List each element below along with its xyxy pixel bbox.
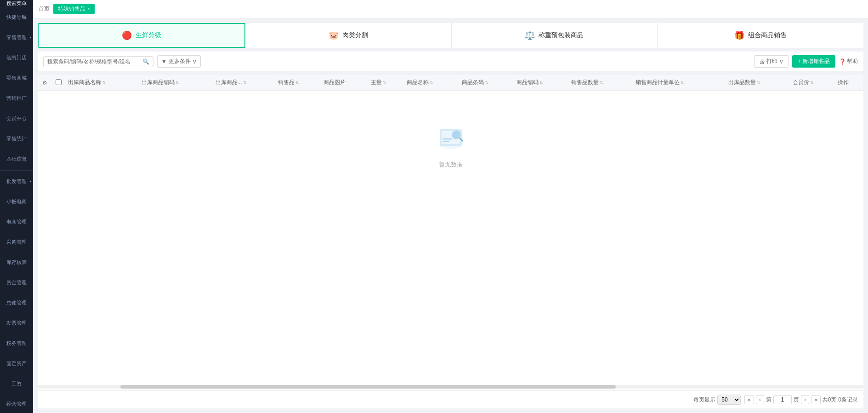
data-table: ⚙ 出库商品名称⇅ 出库商品编码⇅ 出库商品...⇅ 销售品⇅ 商品图片 主量⇅…: [38, 75, 863, 91]
home-nav-link[interactable]: 首页: [39, 5, 50, 13]
sidebar-item-operations-mgmt[interactable]: 经营管理: [0, 394, 33, 413]
th-goods-barcode[interactable]: 商品条码⇅: [459, 75, 514, 91]
tab-fresh-grade-label: 生鲜分级: [136, 31, 161, 40]
sidebar-item-label: 采购管理: [6, 239, 27, 246]
th-member-price[interactable]: 会员价⇅: [790, 75, 835, 91]
th-sales-unit-label: 销售商品计量单位: [635, 79, 680, 86]
th-goods-image-label: 商品图片: [323, 79, 346, 86]
page-size-select[interactable]: 20 50 100: [717, 395, 741, 405]
filter-chevron-icon: ∨: [193, 58, 197, 65]
add-sales-button[interactable]: + 新增销售品: [792, 55, 835, 68]
th-main-unit[interactable]: 主量⇅: [368, 75, 404, 91]
tab-meat-cut-label: 肉类分割: [342, 31, 368, 40]
print-label: 打印: [766, 57, 777, 65]
th-goods-code[interactable]: 商品编码⇅: [514, 75, 568, 91]
first-page-button[interactable]: «: [744, 395, 754, 404]
sidebar-item-quick-nav[interactable]: 快捷导航: [0, 7, 33, 28]
sidebar-item-label: 小畅电商: [6, 198, 27, 205]
next-page-button[interactable]: ›: [801, 395, 809, 404]
table-header-row: ⚙ 出库商品名称⇅ 出库商品编码⇅ 出库商品...⇅ 销售品⇅ 商品图片 主量⇅…: [38, 75, 863, 91]
th-checkbox[interactable]: [51, 75, 65, 91]
sidebar-item-ecom-mgmt[interactable]: 电商管理: [0, 212, 33, 232]
toolbar: 🔍 ▼ 更多条件 ∨ 🖨 打印 ∨ + 新增销售品 ❓: [38, 52, 863, 71]
weight-prepack-icon: ⚖️: [525, 30, 535, 40]
active-tab-label: 特殊销售品: [58, 5, 85, 13]
th-out-goods-code-label: 出库商品编码: [142, 79, 175, 86]
sidebar-item-label: 发票管理: [6, 320, 27, 327]
horizontal-scrollbar[interactable]: [38, 385, 863, 389]
tab-combo-sales[interactable]: 🎁 组合商品销售: [658, 23, 863, 48]
th-sales-goods[interactable]: 销售品⇅: [275, 75, 321, 91]
sidebar-item-sales-promo[interactable]: 营销推广: [0, 88, 33, 109]
sort-arrows-icon: ⇅: [176, 80, 179, 85]
sidebar-item-tax-mgmt[interactable]: 税务管理: [0, 333, 33, 354]
search-box[interactable]: 🔍: [43, 56, 153, 67]
sidebar-item-basic-info[interactable]: 基础信息: [0, 149, 33, 169]
sidebar-item-capital-mgmt[interactable]: 资金管理: [0, 273, 33, 293]
tab-fresh-grade[interactable]: 🔴 生鲜分级: [38, 23, 245, 48]
sidebar-item-retail-mgmt[interactable]: 零售管理: [0, 28, 33, 48]
pagination-controls: « ‹ 第 页 › » 共0页 0条记录: [744, 395, 858, 404]
sort-arrows-icon: ⇅: [810, 80, 814, 85]
prev-page-button[interactable]: ‹: [756, 395, 764, 404]
filter-button[interactable]: ▼ 更多条件 ∨: [157, 55, 201, 68]
sidebar-item-smart-store[interactable]: 智慧门店: [0, 48, 33, 68]
sidebar-item-label: 总账管理: [6, 299, 27, 306]
th-goods-name-label: 商品名称: [407, 79, 429, 86]
th-out-goods-name[interactable]: 出库商品名称⇅: [65, 75, 139, 91]
print-button[interactable]: 🖨 打印 ∨: [754, 55, 789, 68]
th-out-goods-name-label: 出库商品名称: [68, 79, 101, 86]
tab-weight-prepack[interactable]: ⚖️ 称重预包装商品: [452, 23, 658, 48]
sidebar-item-retail-mall[interactable]: 零售商城: [0, 68, 33, 88]
help-button[interactable]: ❓ 帮助: [839, 57, 858, 65]
scrollbar-thumb[interactable]: [120, 385, 616, 389]
sort-arrows-icon: ⇅: [430, 80, 433, 85]
select-all-checkbox[interactable]: [56, 79, 62, 85]
th-out-qty[interactable]: 出库品数量⇅: [726, 75, 790, 91]
sidebar-item-mini-ecom[interactable]: 小畅电商: [0, 192, 33, 212]
tab-close-button[interactable]: ×: [87, 6, 90, 11]
th-sales-qty-label: 销售品数量: [571, 79, 599, 86]
sidebar-item-label: 零售商城: [6, 75, 27, 81]
sidebar-item-ledger-mgmt[interactable]: 总账管理: [0, 293, 33, 313]
sidebar-item-invoice-mgmt[interactable]: 发票管理: [0, 313, 33, 333]
sidebar-item-inventory[interactable]: 库存核算: [0, 252, 33, 273]
sidebar-item-retail-stats[interactable]: 零售统计: [0, 129, 33, 149]
th-out-goods-code[interactable]: 出库商品编码⇅: [139, 75, 212, 91]
sort-arrows-icon: ⇅: [295, 80, 299, 85]
tab-meat-cut[interactable]: 🐷 肉类分割: [245, 23, 452, 48]
th-settings[interactable]: ⚙: [38, 75, 51, 91]
th-goods-name[interactable]: 商品名称⇅: [404, 75, 459, 91]
sort-arrows-icon: ⇅: [681, 80, 684, 85]
sidebar-item-salary[interactable]: 工资: [0, 374, 33, 394]
table-wrap: ⚙ 出库商品名称⇅ 出库商品编码⇅ 出库商品...⇅ 销售品⇅ 商品图片 主量⇅…: [38, 75, 863, 383]
search-icon[interactable]: 🔍: [142, 58, 149, 65]
sidebar-logo[interactable]: 搜索菜单: [0, 0, 33, 7]
top-navigation: 首页 特殊销售品 ×: [33, 0, 868, 18]
sidebar-item-member-center[interactable]: 会员中心: [0, 109, 33, 129]
sidebar-item-label: 资金管理: [6, 279, 27, 286]
th-sales-unit[interactable]: 销售商品计量单位⇅: [633, 75, 725, 91]
th-out-qty-label: 出库品数量: [728, 79, 756, 86]
page-suffix: 页: [794, 396, 799, 404]
th-main-unit-label: 主量: [371, 79, 382, 86]
sidebar-item-fixed-assets[interactable]: 固定资产: [0, 354, 33, 374]
add-sales-label: + 新增销售品: [798, 57, 830, 65]
sidebar-item-label: 电商管理: [6, 218, 27, 225]
empty-text: 暂无数据: [439, 161, 463, 169]
th-out-goods-spec[interactable]: 出库商品...⇅: [213, 75, 276, 91]
sidebar-item-purchase-mgmt[interactable]: 采购管理: [0, 232, 33, 252]
combo-sales-icon: 🎁: [734, 30, 744, 40]
svg-rect-5: [443, 138, 452, 139]
sort-arrows-icon: ⇅: [485, 80, 488, 85]
last-page-button[interactable]: »: [811, 395, 821, 404]
sidebar-item-wholesale-mgmt[interactable]: 批发管理: [0, 172, 33, 192]
search-input[interactable]: [47, 58, 141, 65]
th-operation: 操作: [835, 75, 863, 91]
sidebar-item-label: 基础信息: [6, 155, 27, 162]
toolbar-right: 🖨 打印 ∨ + 新增销售品 ❓ 帮助: [754, 55, 858, 68]
filter-label: 更多条件: [169, 57, 191, 65]
page-number-input[interactable]: [773, 395, 792, 404]
active-tab[interactable]: 特殊销售品 ×: [53, 4, 95, 14]
th-sales-qty[interactable]: 销售品数量⇅: [568, 75, 633, 91]
